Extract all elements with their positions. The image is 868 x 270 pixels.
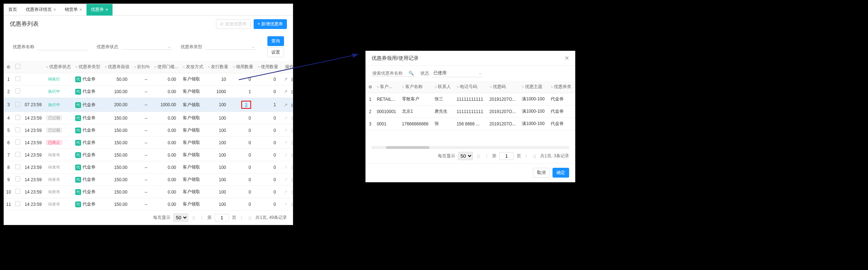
table-row[interactable]: 2 00010001 北京1 唐先生 11111111111 20191207O… <box>366 105 575 118</box>
share-icon[interactable]: ↗ <box>284 140 288 145</box>
col-method[interactable]: ⇅发放方式 <box>181 61 206 73</box>
horizontal-scrollbar[interactable] <box>372 146 569 149</box>
col-face[interactable]: ⇅优惠券面值 <box>102 61 132 73</box>
table-row[interactable]: 1 待执行 代代金券 50.00 -- 0.00 客户领取 10 0 0 ↗ ▦ <box>4 73 293 86</box>
row-checkbox <box>15 140 20 145</box>
qr-icon[interactable]: ▦ <box>291 115 293 121</box>
qr-icon[interactable]: ▦ <box>291 140 293 145</box>
prev-page-icon[interactable]: ⟨ <box>200 215 204 220</box>
table-row[interactable]: 5 14 23:59 已过期 代代金券 150.00 -- 0.00 客户领取 … <box>4 124 293 137</box>
filter-name-input[interactable] <box>37 43 88 50</box>
table-row[interactable]: 3 07 23:59 执行中 代代金券 200.00 -- 1000.00 客户… <box>4 98 293 112</box>
search-button[interactable]: 查询 <box>267 36 284 46</box>
tab[interactable]: 优惠券✕ <box>86 4 113 16</box>
confirm-button[interactable]: 确定 <box>552 168 569 178</box>
table-row[interactable]: 8 14 23:59 待发布 代代金券 150.00 -- 0.00 客户领取 … <box>4 161 293 174</box>
per-page-select[interactable]: 50 <box>173 213 188 222</box>
settings-button[interactable]: 设置 <box>267 47 284 57</box>
cancel-button[interactable]: 取消 <box>533 168 550 178</box>
col-cust-name[interactable]: ⇅客户名称 <box>400 81 433 93</box>
close-icon[interactable]: ✕ <box>79 8 82 12</box>
first-page-icon[interactable]: |⟨ <box>191 215 197 220</box>
col-threshold[interactable]: ⇅使用门槛... <box>152 61 181 73</box>
search-icon[interactable]: 🔍 <box>408 71 414 76</box>
first-page-icon[interactable]: |⟨ <box>476 154 482 159</box>
qr-icon[interactable]: ▦ <box>291 76 293 82</box>
tab[interactable]: 销货单✕ <box>60 4 86 16</box>
col-used[interactable]: ⇅使用数量 <box>255 61 280 73</box>
filter-status-select[interactable]: ⌵ <box>121 44 172 50</box>
share-icon[interactable]: ↗ <box>284 128 288 133</box>
tab[interactable]: 首页 <box>4 4 21 16</box>
col-contact[interactable]: ⇅联系人 <box>432 81 454 93</box>
per-page-label: 每页显示 <box>153 215 170 221</box>
filter-name-label: 优惠券名称 <box>13 44 34 50</box>
modal-search-input[interactable] <box>372 71 408 76</box>
qr-icon[interactable]: ▦ <box>291 177 293 182</box>
share-icon[interactable]: ↗ <box>284 89 288 94</box>
modal-search[interactable]: 🔍 <box>372 70 415 77</box>
share-icon[interactable]: ↗ <box>284 202 288 207</box>
last-page-icon[interactable]: ⟩| <box>532 154 537 159</box>
table-row[interactable]: 2 执行中 代代金券 100.00 -- 0.00 客户领取 1000 1 0 … <box>4 86 293 98</box>
close-icon[interactable]: ✕ <box>53 8 56 12</box>
col-subject[interactable]: ⇅优惠主题 <box>520 81 548 93</box>
filter-type-select[interactable]: ⌵ <box>205 44 256 50</box>
prev-page-icon[interactable]: ⟨ <box>484 154 489 159</box>
share-icon[interactable]: ↗ <box>284 115 288 121</box>
gear-icon[interactable]: ⚙ <box>366 81 374 93</box>
row-checkbox <box>15 127 20 132</box>
share-icon[interactable]: ↗ <box>284 152 288 158</box>
col-issued[interactable]: ⇅发行数量 <box>206 61 230 73</box>
qr-icon[interactable]: ▦ <box>291 128 293 133</box>
share-icon[interactable]: ↗ <box>284 177 288 182</box>
next-page-icon[interactable]: ⟩ <box>524 154 529 159</box>
qr-icon[interactable]: ▦ <box>291 189 293 195</box>
next-page-icon[interactable]: ⟩ <box>239 215 244 220</box>
page-input[interactable] <box>215 214 229 221</box>
table-row[interactable]: 10 14 23:59 待发布 代代金券 150.00 -- 0.00 客户领取… <box>4 186 293 198</box>
share-icon[interactable]: ↗ <box>284 102 288 108</box>
qr-icon[interactable]: ▦ <box>291 202 293 207</box>
issue-coupon-button[interactable]: ⊘ 发放优惠券 <box>216 19 250 29</box>
col-code[interactable]: ⇅优惠码 <box>487 81 520 93</box>
share-icon[interactable]: ↗ <box>284 165 288 170</box>
table-row[interactable]: 7 14 23:59 待发布 代代金券 150.00 -- 0.00 客户领取 … <box>4 149 293 161</box>
modal-page-input[interactable] <box>499 152 514 160</box>
qr-icon[interactable]: ▦ <box>291 165 293 170</box>
chevron-down-icon: ⌵ <box>252 45 254 49</box>
last-page-icon[interactable]: ⟩| <box>247 215 253 220</box>
gear-icon[interactable]: ⚙ <box>4 61 13 73</box>
checkbox-all[interactable] <box>13 61 22 73</box>
add-coupon-button[interactable]: + 新增优惠券 <box>254 19 287 29</box>
modal-status-select[interactable]: 已使用⌵ <box>432 69 483 77</box>
col-type[interactable]: ⇅优惠券类型 <box>73 61 102 73</box>
qr-icon[interactable]: ▦ <box>291 89 293 94</box>
col-cust-no[interactable]: ⇅客户... <box>374 81 399 93</box>
col-discount[interactable]: ⇅折扣% <box>132 61 152 73</box>
col-phone[interactable]: ⇅电话号码 <box>454 81 487 93</box>
table-row[interactable]: 3 0001 17666666666 张 156 6666 ... 201912… <box>366 118 575 130</box>
share-icon[interactable]: ↗ <box>284 189 288 195</box>
tab[interactable]: 优惠券详情页✕ <box>21 4 60 16</box>
col-action: 操作 <box>280 61 293 73</box>
col-status[interactable]: ⇅优惠券状态 <box>44 61 73 73</box>
share-icon[interactable]: ↗ <box>284 76 288 82</box>
close-icon[interactable]: ✕ <box>105 8 108 12</box>
col-claimed[interactable]: ⇅领用数量 <box>230 61 255 73</box>
qr-icon[interactable]: ▦ <box>291 102 293 108</box>
table-row[interactable]: 1 RETAIL... 零散客户 张三 11111111111 20191207… <box>366 93 575 105</box>
row-checkbox <box>15 76 20 81</box>
modal-per-page-select[interactable]: 50 <box>458 152 473 160</box>
filter-status-label: 优惠券状态 <box>97 44 118 50</box>
claimed-link[interactable]: 3 <box>245 102 247 107</box>
table-row[interactable]: 11 14 23:59 待发布 代代金券 150.00 -- 0.00 客户领取… <box>4 198 293 211</box>
row-checkbox <box>15 201 20 206</box>
col-type[interactable]: ⇅优惠券类 <box>549 81 575 93</box>
col-time[interactable] <box>22 61 44 73</box>
table-row[interactable]: 9 14 23:59 待发布 代代金券 150.00 -- 0.00 客户领取 … <box>4 174 293 186</box>
close-icon[interactable]: ✕ <box>564 55 569 62</box>
table-row[interactable]: 4 14 23:59 已过期 代代金券 150.00 -- 0.00 客户领取 … <box>4 112 293 124</box>
qr-icon[interactable]: ▦ <box>291 152 293 158</box>
table-row[interactable]: 6 14 23:59 已终止 代代金券 150.00 -- 0.00 客户领取 … <box>4 137 293 149</box>
